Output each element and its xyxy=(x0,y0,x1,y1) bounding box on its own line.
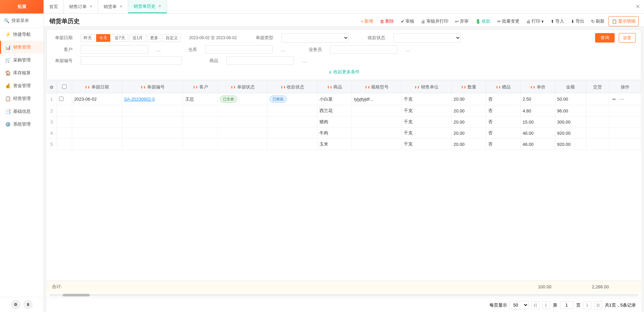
goods-dots[interactable]: ... xyxy=(302,58,306,64)
customer-input[interactable] xyxy=(81,45,148,54)
row-checkbox[interactable] xyxy=(59,97,63,101)
row-date xyxy=(72,105,122,116)
th-unit-price[interactable]: ⬆⬇ 单价 xyxy=(521,81,555,93)
more-row-icon[interactable]: ⋯ xyxy=(619,97,624,102)
next-page-button[interactable]: ⟩ xyxy=(583,301,591,309)
date-btn-7days[interactable]: 近7天 xyxy=(112,34,128,42)
search-menu-button[interactable]: 🔍 搜索菜单 xyxy=(3,16,41,25)
th-doc-no[interactable]: ⬆⬇ 单据编号 xyxy=(122,81,183,93)
collect-button[interactable]: 💲 收款 xyxy=(473,17,493,26)
show-details-button[interactable]: 📋 显示明细 xyxy=(609,16,639,26)
sort-icon-3: ⬆⬇ xyxy=(193,85,198,89)
th-transaction[interactable]: 交货 xyxy=(586,81,609,93)
row-unit: 千克 xyxy=(401,105,451,116)
tab-sales-delivery[interactable]: 销货单 ✕ xyxy=(98,0,128,13)
tab-sales-order[interactable]: 销售订单 ✕ xyxy=(64,0,98,13)
filter-row-3: 单据编号 商品 ... xyxy=(52,56,636,65)
row-collect-status xyxy=(268,105,317,116)
row-gift: 否 xyxy=(486,139,520,150)
th-unit[interactable]: ⬆⬇ 销售单位 xyxy=(401,81,451,93)
tab-sales-history[interactable]: 销货单历史 ✕ xyxy=(128,0,167,13)
import-button[interactable]: ⬆ 导入 xyxy=(548,17,567,26)
date-btn-more[interactable]: 更多 xyxy=(147,34,161,42)
salesman-dots[interactable]: ... xyxy=(405,47,410,53)
row-index: 5 xyxy=(47,139,57,150)
print-icon: 🖨 xyxy=(526,19,531,24)
table-header: ⚙ ⬆⬇ 单据日期 ⬆⬇ 单据编号 ⬆⬇ 客户 ⬆⬇ 单据状态 ⬆⬇ 收款状态 … xyxy=(47,81,641,93)
row-checkbox-cell xyxy=(57,93,72,105)
add-button[interactable]: + 新增 xyxy=(358,17,376,26)
doc-no-input[interactable] xyxy=(81,56,182,65)
row-doc-no xyxy=(122,128,183,139)
last-page-button[interactable]: ⟩⟩ xyxy=(594,301,602,309)
dollar-icon: 💲 xyxy=(475,19,481,24)
tab-sales-delivery-close[interactable]: ✕ xyxy=(119,4,122,9)
sidebar-item-sales-mgmt[interactable]: 📊 销售管理 xyxy=(0,41,44,54)
row-doc-status xyxy=(218,105,268,116)
delete-button[interactable]: 🗑 删除 xyxy=(377,17,397,26)
print-button[interactable]: 🖨 打印 ▾ xyxy=(524,17,547,26)
sidebar-item-finance-mgmt[interactable]: 💰 资金管理 xyxy=(0,79,44,92)
batch-change-button[interactable]: ✏ 批量变更 xyxy=(495,17,522,26)
horizontal-scrollbar[interactable] xyxy=(49,294,639,296)
salesman-input[interactable] xyxy=(330,45,397,54)
tab-sales-order-close[interactable]: ✕ xyxy=(89,4,92,9)
tab-sales-history-close[interactable]: ✕ xyxy=(158,4,161,8)
date-btn-custom[interactable]: 自定义 xyxy=(163,34,181,42)
th-doc-status[interactable]: ⬆⬇ 单据状态 xyxy=(218,81,268,93)
sidebar-item-inventory[interactable]: 🏠 库存核算 xyxy=(0,67,44,79)
th-collect-status[interactable]: ⬆⬇ 收款状态 xyxy=(268,81,317,93)
th-date[interactable]: ⬆⬇ 单据日期 xyxy=(72,81,122,93)
th-customer[interactable]: ⬆⬇ 客户 xyxy=(183,81,218,93)
date-btn-1month[interactable]: 近1月 xyxy=(130,34,146,42)
sidebar-item-purchase-mgmt[interactable]: 🛒 采购管理 xyxy=(0,54,44,67)
abandon-button[interactable]: ↩ 弃审 xyxy=(452,17,471,26)
audit-button[interactable]: ✔ 审核 xyxy=(398,17,417,26)
tab-home[interactable]: 首页 xyxy=(44,0,64,13)
th-goods[interactable]: ⬆⬇ 商品 xyxy=(317,81,352,93)
export-button[interactable]: ⬇ 导出 xyxy=(568,17,587,26)
sidebar-item-quick-nav[interactable]: ⚡ 快捷导航 xyxy=(0,28,44,41)
sidebar-item-sys-mgmt[interactable]: ⚙️ 系统管理 xyxy=(0,118,44,131)
first-page-button[interactable]: ⟨⟨ xyxy=(531,301,539,309)
warehouse-input[interactable] xyxy=(205,45,273,54)
collect-status-badge: 已收款 xyxy=(270,96,287,103)
goods-input[interactable] xyxy=(226,56,294,65)
sort-icon-4: ⬆⬇ xyxy=(230,85,236,89)
row-unit-price: 15.00 xyxy=(521,116,555,128)
th-spec[interactable]: ⬆⬇ 规格型号 xyxy=(352,81,402,93)
sidebar-pause-icon-btn[interactable]: ⏸ xyxy=(23,300,33,309)
audit-print-button[interactable]: 🖨 审核并打印 xyxy=(418,17,451,26)
doc-type-select[interactable] xyxy=(281,33,349,43)
warehouse-dots[interactable]: ... xyxy=(281,47,285,53)
row-actions xyxy=(609,116,641,128)
sidebar-item-ops-mgmt[interactable]: 📋 经营管理 xyxy=(0,92,44,105)
query-button[interactable]: 查询 xyxy=(595,33,615,43)
filter-panel: 单据日期 昨天 今天 近7天 近1月 更多 自定义 2023-06-02 至 2… xyxy=(47,29,641,80)
close-window-button[interactable]: ✕ xyxy=(632,3,644,10)
collapse-button[interactable]: ∧ 收起更多条件 xyxy=(52,68,636,76)
scrollbar-thumb[interactable] xyxy=(63,294,90,296)
date-btn-today[interactable]: 今天 xyxy=(96,34,110,42)
th-amount[interactable]: 金额 xyxy=(555,81,586,93)
page-size-select[interactable]: 50 100 200 xyxy=(510,301,529,309)
th-checkbox[interactable] xyxy=(57,81,72,93)
collect-status-select[interactable] xyxy=(393,33,461,43)
sidebar-item-basic-info[interactable]: 📑 基础信息 xyxy=(0,105,44,118)
edit-row-icon[interactable]: ✏ xyxy=(612,97,616,102)
th-gift[interactable]: ⬆⬇ 赠品 xyxy=(486,81,520,93)
collapse-arrow-icon: ∧ xyxy=(329,70,332,75)
th-settings[interactable]: ⚙ xyxy=(47,81,57,93)
settings-button[interactable]: 设置 xyxy=(619,33,636,43)
refresh-button[interactable]: ↻ 刷新 xyxy=(588,17,607,26)
doc-no-link[interactable]: SA-20230602-0 xyxy=(124,97,155,102)
table-scroll-area[interactable]: ⚙ ⬆⬇ 单据日期 ⬆⬇ 单据编号 ⬆⬇ 客户 ⬆⬇ 单据状态 ⬆⬇ 收款状态 … xyxy=(47,81,641,281)
select-all-checkbox[interactable] xyxy=(62,84,66,89)
sidebar-settings-icon-btn[interactable]: ⚙ xyxy=(11,300,21,309)
customer-dots[interactable]: ... xyxy=(156,47,161,53)
date-btn-yesterday[interactable]: 昨天 xyxy=(81,34,95,42)
doc-icon: 📑 xyxy=(5,109,10,114)
th-qty[interactable]: ⬆⬇ 数量 xyxy=(451,81,486,93)
prev-page-button[interactable]: ⟨ xyxy=(542,301,550,309)
page-number-input[interactable] xyxy=(560,301,573,309)
